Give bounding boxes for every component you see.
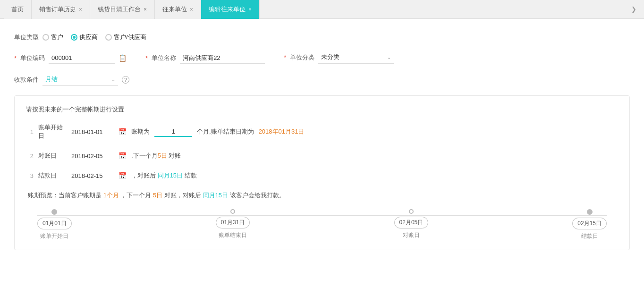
tab-home[interactable]: 首页 [4,0,32,19]
timeline-badge-1: 01月01日 [37,218,72,229]
radio-group-unit-type: 客户 供应商 客户/供应商 [42,33,146,42]
chevron-down-icon: ⌄ [387,55,391,60]
timeline-dot-2 [230,209,235,214]
arrow-right-icon: ❯ [631,6,636,13]
copy-icon[interactable]: 📋 [119,54,127,62]
row-payment: 3 结款日 2018-02-15 📅 ，对账后 同月15日 结款 [26,171,618,180]
section-title: 请按照未来的一个完整帐期进行设置 [26,105,618,114]
row-2-num: 2 [26,152,34,160]
timeline-dot-3 [409,209,414,214]
row-3-suffix: ，对账后 同月15日 结款 [131,171,197,180]
payment-terms-row: 收款条件 月结 ⌄ ? [14,73,630,86]
timeline: 01月01日 账单开始日 01月31日 账单结束日 02月05日 对账日 [28,209,616,240]
unit-code-label: 单位编码 [20,54,45,62]
tab-sales-history[interactable]: 销售订单历史 × [32,0,90,19]
tab-sales-history-label: 销售订单历史 [39,5,76,14]
radio-circle-supplier [71,34,77,41]
timeline-label-1: 账单开始日 [40,232,68,240]
tab-edit-partner-label: 编辑往来单位 [209,5,246,14]
tab-home-label: 首页 [11,5,24,14]
timeline-point-start: 01月01日 账单开始日 [37,209,72,240]
timeline-badge-4: 02月15日 [572,218,607,229]
unit-category-label: 单位分类 [290,53,314,62]
preview-middle1: ，下一个月 [120,192,151,199]
timeline-dot-end [587,209,593,215]
settings-section: 请按照未来的一个完整帐期进行设置 1 账单开始日 2018-01-01 📅 账期… [14,95,630,250]
timeline-label-3: 对账日 [403,231,420,239]
unit-type-row: 单位类型 客户 供应商 客户/供应商 [14,33,630,42]
row-2-date: 2018-02-05 [71,152,114,160]
tab-cash-work-close[interactable]: × [144,6,147,13]
radio-both[interactable]: 客户/供应商 [105,33,146,42]
unit-code-group: * 单位编码 📋 [14,52,127,64]
preview-part3: 同月15日 [203,192,228,199]
preview-section: 账期预览：当前客户账期是 1个月 ，下一个月 5日 对账，对账后 同月15日 该… [26,191,618,240]
tab-partner-close[interactable]: × [190,6,193,13]
tab-sales-history-close[interactable]: × [79,6,82,13]
timeline-point-reconcile: 02月05日 对账日 [394,209,429,239]
preview-suffix: 该客户会给我打款。 [230,192,285,199]
payment-terms-label: 收款条件 [14,76,39,84]
unit-fields-row: * 单位编码 📋 * 单位名称 * 单位分类 未分类 ⌄ [14,51,630,64]
timeline-badge-2: 01月31日 [216,217,250,228]
preview-prefix: 账期预览：当前客户账期是 [28,192,102,199]
unit-code-input[interactable] [49,52,115,64]
unit-name-input[interactable] [180,52,265,64]
unit-type-label: 单位类型 [14,33,39,42]
payment-terms-chevron-icon: ⌄ [111,77,115,82]
tab-edit-partner-close[interactable]: × [248,6,252,13]
preview-middle2: 对账，对账后 [164,192,201,199]
row-1-suffix-label: 账期为 [131,127,150,136]
row-3-calendar-icon[interactable]: 📅 [119,172,127,179]
radio-circle-both [105,34,112,41]
help-icon[interactable]: ? [122,76,129,84]
tabs-arrow[interactable]: ❯ [627,6,640,13]
timeline-label-2: 账单结束日 [219,231,247,239]
tab-edit-partner[interactable]: 编辑往来单位 × [201,0,260,19]
row-2-suffix: ,下一个月5日 对账 [131,152,181,160]
radio-circle-customer [42,34,49,41]
unit-category-required: * [284,54,286,61]
row-1-end-date: 2018年01月31日 [259,127,305,136]
radio-supplier-label: 供应商 [79,33,98,42]
row-reconcile: 2 对账日 2018-02-05 📅 ,下一个月5日 对账 [26,152,618,160]
row-2-label: 对账日 [38,152,67,160]
row-1-period-unit: 个月,账单结束日期为 [197,127,254,136]
period-input[interactable] [154,127,192,137]
row-1-num: 1 [26,128,34,135]
timeline-point-end: 01月31日 账单结束日 [216,209,250,239]
timeline-point-payment: 02月15日 结款日 [572,209,607,240]
unit-category-group: * 单位分类 未分类 ⌄ [284,51,394,64]
row-2-calendar-icon[interactable]: 📅 [119,152,127,160]
timeline-badge-3: 02月05日 [394,217,429,228]
radio-customer-label: 客户 [51,33,63,42]
tab-partner-label: 往来单位 [162,5,187,14]
row-1-calendar-icon[interactable]: 📅 [119,128,127,135]
row-bill-start: 1 账单开始日 2018-01-01 📅 账期为 个月,账单结束日期为 2018… [26,123,618,140]
timeline-points: 01月01日 账单开始日 01月31日 账单结束日 02月05日 对账日 [37,209,607,240]
unit-category-value: 未分类 [321,53,339,61]
preview-text: 账期预览：当前客户账期是 1个月 ，下一个月 5日 对账，对账后 同月15日 该… [28,191,616,200]
content-area: 单位类型 客户 供应商 客户/供应商 * 单位编码 📋 [0,19,644,287]
unit-code-required: * [14,55,17,62]
radio-dot-supplier [73,36,76,39]
tab-cash-work[interactable]: 钱货日清工作台 × [90,0,155,19]
radio-both-label: 客户/供应商 [114,33,146,42]
row-3-num: 3 [26,172,34,179]
unit-name-required: * [145,55,148,62]
row-3-date: 2018-02-15 [71,172,114,179]
preview-part1: 1个月 [103,192,119,199]
unit-name-group: * 单位名称 [145,52,265,64]
timeline-dot-start [51,209,57,215]
radio-supplier[interactable]: 供应商 [71,33,98,42]
payment-terms-dropdown[interactable]: 月结 ⌄ [42,73,118,86]
row-1-label: 账单开始日 [38,123,67,140]
payment-terms-value: 月结 [45,75,58,84]
unit-category-dropdown[interactable]: 未分类 ⌄ [318,51,394,64]
timeline-label-4: 结款日 [581,232,598,240]
radio-customer[interactable]: 客户 [42,33,63,42]
tabs-bar: 首页 销售订单历史 × 钱货日清工作台 × 往来单位 × 编辑往来单位 × ❯ [0,0,644,19]
tab-partner[interactable]: 往来单位 × [155,0,201,19]
preview-part2: 5日 [153,192,162,199]
tab-cash-work-label: 钱货日清工作台 [98,5,141,14]
